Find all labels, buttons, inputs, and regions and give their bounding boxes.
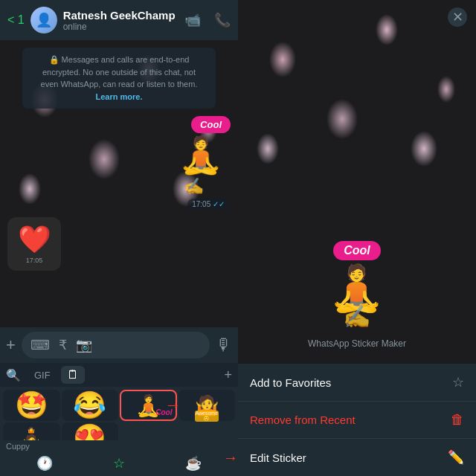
- trash-icon: 🗑: [451, 412, 464, 428]
- input-icons: ⌨ ₹ 📷: [30, 337, 92, 353]
- person-sticker: 🧘: [178, 135, 223, 176]
- edit-icon: ✏️: [448, 449, 464, 466]
- chat-area-left: 🔒 Messages and calls are end-to-end encr…: [0, 40, 238, 327]
- edit-sticker-item[interactable]: Edit Sticker ✏️ →: [238, 439, 476, 476]
- input-bar: + ⌨ ₹ 📷 🎙: [0, 327, 238, 363]
- rupee-icon[interactable]: ₹: [59, 337, 67, 353]
- encryption-notice: 🔒 Messages and calls are end-to-end encr…: [22, 48, 216, 109]
- sticker-cell-custom[interactable]: 🧘 Cool →: [120, 390, 177, 421]
- star-icon: ☆: [452, 374, 464, 390]
- mic-button[interactable]: 🎙: [216, 335, 232, 355]
- contact-name-left: Ratnesh GeekChamp: [63, 9, 178, 22]
- sticker-grid: 🤩 😂 🧘 Cool → 🤷 Awesome 😊 🤷 🤷: [0, 387, 238, 440]
- avatar-image: 👤: [30, 7, 57, 33]
- sticker-context-menu: Add to Favorites ☆ Remove from Recent 🗑 …: [238, 364, 476, 476]
- sticker-preview-area: ✕ Cool 🧘 ✍ WhatsApp Sticker Maker: [238, 0, 476, 364]
- voice-call-icon-left[interactable]: 📞: [214, 12, 231, 28]
- favorites-tab[interactable]: ☆: [113, 455, 125, 472]
- add-attachment-button[interactable]: +: [6, 335, 16, 355]
- sticker-tabs-bar: 🔍 GIF 🗒 +: [0, 363, 238, 387]
- heart-sticker-message: ❤️ 17:05: [7, 217, 238, 271]
- header-info-left: Ratnesh GeekChamp online: [63, 9, 178, 32]
- sticker-signature: ✍: [156, 177, 231, 196]
- bottom-sticker-tabs: 🕐 ☆ ☕: [0, 452, 238, 476]
- header-icons-left: 📹 📞: [184, 12, 231, 28]
- edit-arrow-indicator: →: [223, 449, 238, 466]
- contact-status-left: online: [63, 22, 178, 32]
- right-chat-panel: < 1 👤 Ratnesh GeekChamp online 📹 📞 ✕ Coo…: [238, 0, 476, 476]
- heart-time: 17:05: [26, 257, 43, 264]
- cool-message-bubble: Cool: [7, 116, 231, 133]
- video-call-icon-left[interactable]: 📹: [184, 12, 201, 28]
- cool-label: Cool: [191, 116, 231, 133]
- close-context-button[interactable]: ✕: [448, 7, 467, 27]
- search-sticker-icon[interactable]: 🔍: [6, 368, 21, 382]
- learn-more-link[interactable]: Learn more.: [96, 92, 143, 101]
- remove-from-recent-label: Remove from Recent: [250, 414, 356, 426]
- add-sticker-icon[interactable]: +: [224, 367, 232, 383]
- left-chat-panel: < 1 👤 Ratnesh GeekChamp online 📹 📞 🔒 Mes…: [0, 0, 238, 476]
- preview-signature: ✍: [343, 303, 370, 329]
- avatar-left: 👤: [30, 7, 57, 33]
- sticker-cell-starstruck[interactable]: 🤩: [3, 390, 60, 421]
- sticker-message: 🧘 ✍: [0, 133, 231, 200]
- context-menu-overlay: ✕ Cool 🧘 ✍ WhatsApp Sticker Maker Add to…: [238, 0, 476, 476]
- sticker-pack-tab[interactable]: ☕: [185, 455, 202, 472]
- sticker-time: 17:05 ✓✓: [0, 199, 229, 210]
- sticker-cell-laughing[interactable]: 😂: [62, 390, 119, 421]
- sticker-maker-label: WhatsApp Sticker Maker: [308, 338, 406, 349]
- heart-bubble: ❤️ 17:05: [7, 217, 61, 271]
- heart-emoji: ❤️: [18, 224, 51, 255]
- text-input[interactable]: ⌨ ₹ 📷: [22, 332, 210, 358]
- edit-sticker-label: Edit Sticker: [250, 451, 306, 464]
- chat-header-left: < 1 👤 Ratnesh GeekChamp online 📹 📞: [0, 0, 238, 40]
- sticker-cell-waving[interactable]: 🤷 🤷: [3, 422, 60, 440]
- sticker-cell-awesome[interactable]: 🤷 Awesome 😊: [178, 390, 236, 421]
- keyboard-icon[interactable]: ⌨: [30, 337, 50, 353]
- sticker-pack-label: Cuppy: [0, 440, 238, 452]
- remove-from-recent-item[interactable]: Remove from Recent 🗑: [238, 402, 476, 439]
- recent-tab[interactable]: 🕐: [36, 455, 53, 472]
- add-to-favorites-label: Add to Favorites: [250, 376, 331, 389]
- red-arrow-indicator: →: [165, 396, 181, 415]
- preview-cool-badge: Cool: [333, 241, 381, 260]
- camera-icon[interactable]: 📷: [76, 337, 92, 353]
- back-button-left[interactable]: < 1: [7, 13, 25, 27]
- sticker-panel: + ⌨ ₹ 📷 🎙 🔍 GIF 🗒 + 🤩 😂 🧘 Cool: [0, 327, 238, 476]
- gif-tab[interactable]: GIF: [27, 367, 58, 384]
- add-to-favorites-item[interactable]: Add to Favorites ☆: [238, 364, 476, 402]
- sticker-cell-heart-eyes[interactable]: 😍: [62, 422, 119, 440]
- sticker-tab-active[interactable]: 🗒: [61, 366, 85, 384]
- sticker-figure: 🧘 ✍: [156, 133, 231, 200]
